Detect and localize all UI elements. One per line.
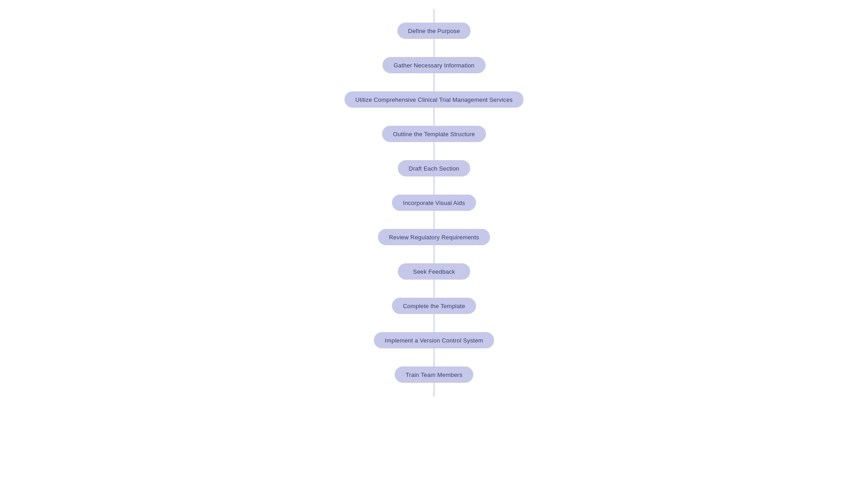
connector-3: [434, 108, 434, 126]
connector-5: [434, 176, 434, 195]
connector-6: [434, 211, 434, 229]
node-complete-template: Complete the Template: [392, 298, 476, 314]
connector-2: [434, 73, 434, 91]
node-draft-sections: Draft Each Section: [398, 160, 470, 176]
node-gather-info: Gather Necessary Information: [382, 57, 485, 73]
flowchart: Define the Purpose Gather Necessary Info…: [0, 9, 868, 396]
node-utilize-services: Utilize Comprehensive Clinical Trial Man…: [344, 91, 524, 108]
node-implement-version: Implement a Version Control System: [374, 332, 494, 348]
node-train-members: Train Team Members: [395, 366, 473, 383]
connector-8: [434, 280, 434, 298]
connector-7: [434, 245, 434, 263]
node-incorporate-visuals: Incorporate Visual Aids: [392, 195, 476, 211]
node-define-purpose: Define the Purpose: [397, 23, 471, 39]
connector-4: [434, 142, 434, 160]
connector-end: [434, 383, 434, 396]
node-review-regulatory: Review Regulatory Requirements: [378, 229, 490, 245]
connector-0: [434, 9, 434, 23]
connector-10: [434, 348, 434, 366]
connector-1: [434, 39, 434, 57]
connector-9: [434, 314, 434, 332]
node-outline-structure: Outline the Template Structure: [382, 126, 486, 142]
node-seek-feedback: Seek Feedback: [398, 263, 470, 280]
